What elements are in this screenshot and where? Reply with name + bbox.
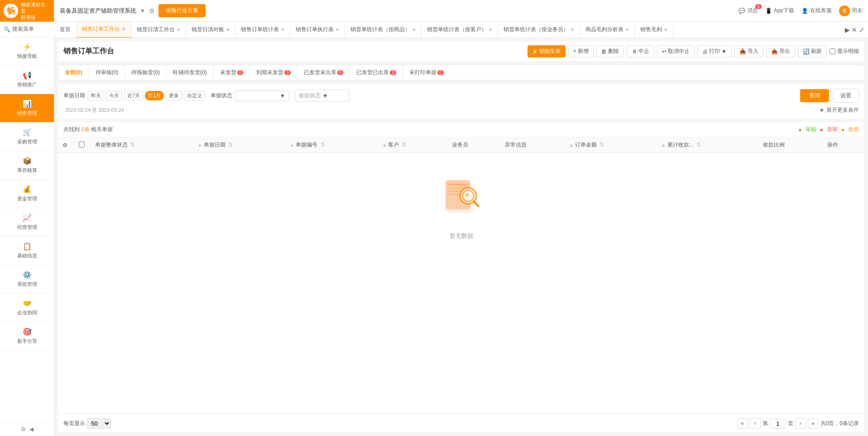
tab-close-sales-by-staff[interactable]: ✕ — [571, 27, 574, 32]
collapse-icon[interactable]: ◀ — [29, 426, 34, 432]
sidebar-item-sales[interactable]: 📊 销售管理 — [0, 94, 54, 123]
tab-close-margin-analysis[interactable]: ✕ — [625, 27, 629, 32]
show-detail-checkbox[interactable]: 显示明细 — [830, 47, 859, 55]
sidebar-item-operations[interactable]: 📈 经营管理 — [0, 208, 54, 237]
settings-icon[interactable]: ⚙ — [21, 426, 26, 432]
prev-page-button[interactable]: ‹ — [750, 418, 761, 429]
next-page-button[interactable]: › — [795, 418, 806, 429]
page-size-dropdown[interactable]: 10 20 50 100 — [87, 418, 111, 429]
table-scroll[interactable]: ⚙ 单据整体状态 ⇅ ▲ 单据日期 ⇅ — [58, 137, 864, 414]
filter-tab-shipped-not-out[interactable]: 已发货未出库0 — [297, 65, 350, 80]
smart-create-button[interactable]: ★ 智能生单 — [528, 45, 566, 57]
tab-close-sales-by-goods[interactable]: ✕ — [412, 27, 416, 32]
filter-tab-not-shipped[interactable]: 未发货0 — [214, 65, 250, 80]
delete-button[interactable]: 🗑 删除 — [596, 45, 624, 57]
filter-tab-shipped-out[interactable]: 已发货已出库0 — [350, 65, 403, 80]
tab-sales-by-customer[interactable]: 销货单统计表（按客户） ✕ — [422, 22, 498, 38]
th-customer[interactable]: ▲ 客户 ⇅ — [378, 137, 447, 153]
sidebar-item-marketing[interactable]: 📢 营销推广 — [0, 66, 54, 94]
dropdown-arrow-icon[interactable]: ▼ — [140, 8, 145, 14]
tab-arrow-right-icon[interactable]: ▶ — [845, 26, 850, 33]
user-item[interactable]: 友 用友 — [839, 5, 863, 16]
tab-margin-analysis[interactable]: 商品毛利分析表 ✕ — [580, 22, 635, 38]
setting-button[interactable]: 设置 — [833, 89, 859, 103]
tab-close-cash-daily[interactable]: ✕ — [177, 27, 180, 32]
sidebar-item-inventory[interactable]: 📦 库存核算 — [0, 151, 54, 180]
app-download-item[interactable]: 📱 App下载 — [765, 7, 794, 14]
first-page-button[interactable]: « — [737, 418, 748, 429]
th-amount[interactable]: ▲ 订单金额 ⇅ — [565, 137, 657, 153]
select-all-checkbox[interactable] — [79, 142, 85, 147]
tab-sales-exec[interactable]: 销售订单执行表 ✕ — [290, 22, 345, 38]
tab-cash-daily[interactable]: 钱货日清工作台 ✕ — [131, 22, 186, 38]
filter-tab-all[interactable]: 全部(0) — [58, 65, 89, 80]
th-settings[interactable]: ⚙ — [58, 137, 74, 153]
online-service-item[interactable]: 👤 在线客服 — [801, 7, 832, 14]
tab-close-sales-exec[interactable]: ✕ — [336, 27, 339, 32]
filter-tab-overdue-not-shipped[interactable]: 到期未发货0 — [250, 65, 297, 80]
sidebar-item-quick-nav[interactable]: ⚡ 快捷导航 — [0, 37, 54, 66]
th-collected[interactable]: ▲ 累计收款... ⇅ — [657, 137, 758, 153]
tab-close-cash-reconcile[interactable]: ✕ — [226, 27, 230, 32]
th-staff[interactable]: 业务员 — [447, 137, 500, 153]
tab-sales-workbench[interactable]: 销售订单工作台 ✕ — [77, 22, 131, 38]
date-1month-btn[interactable]: 近1月 — [145, 91, 164, 100]
import-button[interactable]: 📥 导入 — [734, 45, 763, 57]
print-button[interactable]: 🖨 打印 ▼ — [697, 45, 732, 57]
filter-tab-pending-inspect[interactable]: 待拣验货(0) — [125, 65, 167, 80]
status-select[interactable]: ▼ — [235, 90, 289, 101]
filter-tab-pending-review[interactable]: 待审核(0) — [89, 65, 125, 80]
expand-button[interactable]: ▼ 展开更多条件 — [819, 106, 859, 114]
tab-close-sales-stat[interactable]: ✕ — [281, 27, 284, 32]
sidebar-item-base-info[interactable]: 📋 基础信息 — [0, 237, 54, 265]
page-size-select[interactable]: 每页显示 10 20 50 100 — [63, 418, 111, 429]
date-today-btn[interactable]: 今天 — [106, 91, 122, 100]
tab-close-sales-workbench[interactable]: ✕ — [122, 27, 125, 32]
tab-close-sales-by-customer[interactable]: ✕ — [489, 27, 492, 32]
sidebar-search[interactable]: 🔍 搜索菜单 — [0, 22, 54, 37]
sidebar-item-system[interactable]: ⚙️ 系统管理 — [0, 265, 54, 294]
review-action-btn[interactable]: 审核 — [806, 126, 816, 133]
show-detail-input[interactable] — [830, 48, 835, 54]
sidebar-item-purchase[interactable]: 🛒 采购管理 — [0, 123, 54, 151]
tab-cash-reconcile[interactable]: 钱货日清对账 ✕ — [186, 22, 235, 38]
th-ratio[interactable]: 收款比例 — [758, 137, 823, 153]
th-number[interactable]: ▲ 单据编号 ⇅ — [285, 137, 378, 153]
date-more-btn[interactable]: 更多 — [166, 91, 182, 100]
last-page-button[interactable]: » — [808, 418, 819, 429]
trial-btn[interactable]: 体验行业方案 — [158, 4, 206, 17]
th-status[interactable]: 单据整体状态 ⇅ — [91, 137, 193, 153]
date-yesterday-btn[interactable]: 昨天 — [88, 91, 104, 100]
tab-sales-by-goods[interactable]: 销货单统计表（按商品） ✕ — [345, 22, 422, 38]
payment-status-select[interactable]: 收款状态 ▼ — [295, 90, 349, 102]
tab-sales-stat[interactable]: 销售订单统计表 ✕ — [235, 22, 290, 38]
filter-tab-not-printed[interactable]: 未打印单据0 — [403, 65, 450, 80]
tab-sales-by-staff[interactable]: 销货单统计表（按业务员） ✕ — [498, 22, 580, 38]
export-button[interactable]: 📤 导出 — [766, 45, 795, 57]
date-custom-btn[interactable]: 自定义 — [184, 91, 205, 100]
current-page-input[interactable] — [770, 419, 786, 428]
tab-close-all-icon[interactable]: ✕ — [852, 26, 857, 33]
tab-maximize-icon[interactable]: ⤢ — [859, 26, 864, 33]
query-button[interactable]: 查询 — [800, 89, 829, 102]
filter-tab-wangpu-ship[interactable]: 旺铺待发货(0) — [167, 65, 214, 80]
th-abnormal[interactable]: 异常信息 — [500, 137, 565, 153]
stop-button[interactable]: ⏸ 中止 — [627, 45, 654, 57]
shipped-not-out-badge: 0 — [337, 70, 344, 75]
th-date[interactable]: ▲ 单据日期 ⇅ — [193, 137, 285, 153]
tab-home[interactable]: 首页 — [54, 22, 77, 38]
refresh-button[interactable]: 🔄 刷新 — [798, 45, 827, 57]
date-7days-btn[interactable]: 近7天 — [124, 91, 143, 100]
cancel-review-action-btn[interactable]: 弃审 — [827, 126, 838, 133]
cancel-stop-button[interactable]: ↩ 取消中止 — [657, 45, 695, 57]
sidebar-item-enterprise[interactable]: 🤝 企业协同 — [0, 294, 54, 322]
tab-close-sales-more[interactable]: ✕ — [664, 27, 667, 32]
new-button[interactable]: + 新增 — [568, 45, 594, 57]
sidebar-item-finance[interactable]: 💰 资金管理 — [0, 180, 54, 208]
settings-gear-icon[interactable]: ⚙ — [149, 7, 155, 14]
message-icon-item[interactable]: 💬 消息 6 — [739, 7, 758, 14]
tab-sales-more[interactable]: 销售毛利 ✕ — [635, 22, 673, 38]
th-checkbox[interactable] — [74, 137, 91, 153]
sidebar-item-guide[interactable]: 🎯 新手引导 — [0, 322, 54, 351]
ship-action-btn[interactable]: 发货 — [848, 126, 859, 133]
